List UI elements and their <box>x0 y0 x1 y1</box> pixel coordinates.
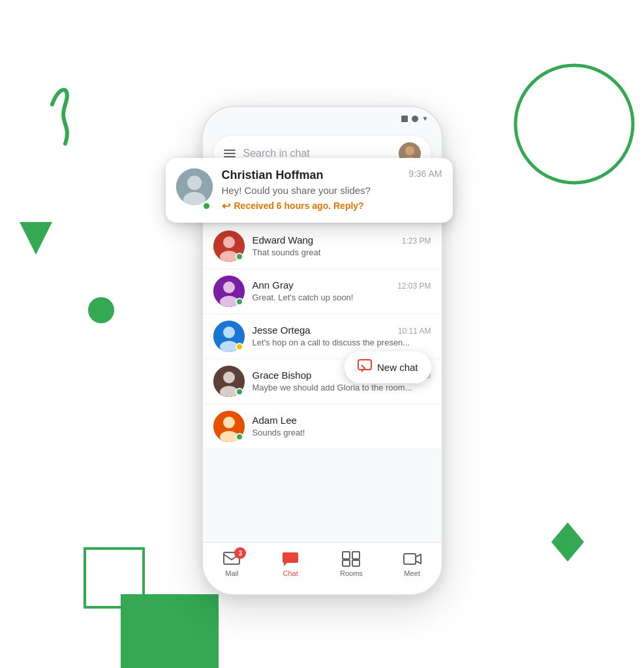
notification-name: Christian Hoffman <box>222 168 324 182</box>
status-square-icon <box>401 116 408 122</box>
notification-action-text: Received 6 hours ago. Reply? <box>234 200 364 211</box>
chat-preview-text: Let's hop on a call to discuss the prese… <box>253 338 431 347</box>
chat-time: 12:03 PM <box>397 281 431 291</box>
online-status-dot <box>236 253 243 261</box>
nav-label-meet: Meet <box>404 569 420 577</box>
svg-rect-5 <box>121 594 219 668</box>
status-arrow-icon: ▼ <box>422 115 429 122</box>
new-chat-label: New chat <box>377 362 418 373</box>
rooms-icon-wrapper <box>342 551 360 567</box>
online-status-dot <box>236 343 243 351</box>
chat-name: Edward Wang <box>253 234 314 246</box>
svg-marker-0 <box>20 222 52 255</box>
avatar-container <box>213 231 245 262</box>
notification-card[interactable]: Christian Hoffman 9:36 AM Hey! Could you… <box>166 158 453 223</box>
nav-label-rooms: Rooms <box>340 569 363 577</box>
svg-marker-3 <box>551 522 584 562</box>
notification-online-dot <box>202 202 211 210</box>
svg-point-19 <box>223 281 235 293</box>
mail-badge: 3 <box>234 547 246 559</box>
svg-rect-36 <box>404 554 416 564</box>
avatar-container <box>213 411 245 442</box>
list-item[interactable]: Edward Wang 1:23 PM That sounds great <box>203 224 442 269</box>
chat-preview-text: Great. Let's catch up soon! <box>253 293 431 302</box>
notification-action[interactable]: ↩ Received 6 hours ago. Reply? <box>222 200 442 212</box>
meet-icon <box>403 551 422 567</box>
chat-preview-text: That sounds great <box>253 247 431 257</box>
svg-point-10 <box>405 146 414 155</box>
reply-arrow-icon: ↩ <box>222 200 230 212</box>
phone-wrapper: Christian Hoffman 9:36 AM Hey! Could you… <box>185 67 459 602</box>
notification-content: Christian Hoffman 9:36 AM Hey! Could you… <box>222 168 442 212</box>
list-item[interactable]: Ann Gray 12:03 PM Great. Let's catch up … <box>203 269 442 314</box>
chat-name: Grace Bishop <box>253 370 312 381</box>
new-chat-icon <box>358 359 372 375</box>
chat-content: Adam Lee Sounds great! <box>253 415 431 437</box>
nav-item-mail[interactable]: 3 Mail <box>222 551 241 577</box>
notification-avatar <box>176 168 213 205</box>
nav-label-mail: Mail <box>225 569 238 577</box>
chat-icon <box>281 551 299 567</box>
svg-rect-34 <box>343 560 350 566</box>
rooms-icon <box>342 551 360 567</box>
chat-icon-wrapper <box>281 551 299 567</box>
online-status-dot <box>236 433 243 441</box>
hamburger-menu-icon[interactable] <box>224 150 236 157</box>
avatar-container <box>213 276 245 307</box>
bottom-navigation: 3 Mail Chat <box>203 542 442 594</box>
notification-avatar-container <box>176 168 213 212</box>
status-bar: ▼ <box>203 107 442 131</box>
mail-icon-wrapper: 3 <box>222 551 241 567</box>
nav-label-chat: Chat <box>283 569 298 577</box>
svg-point-25 <box>223 372 235 383</box>
notification-message: Hey! Could you share your slides? <box>222 185 442 196</box>
chat-name: Jesse Ortega <box>253 325 311 336</box>
svg-rect-32 <box>343 552 350 559</box>
chat-header: Edward Wang 1:23 PM <box>253 234 431 246</box>
chat-content: Edward Wang 1:23 PM That sounds great <box>253 234 431 257</box>
chat-header: Adam Lee <box>253 415 431 426</box>
chat-preview-text: Maybe we should add Gloria to the room..… <box>253 383 431 392</box>
svg-point-28 <box>223 417 235 428</box>
chat-header: Jesse Ortega 10:11 AM <box>253 325 431 336</box>
chat-name: Ann Gray <box>253 279 294 291</box>
svg-point-2 <box>515 65 633 183</box>
meet-icon-wrapper <box>403 551 422 567</box>
notification-time: 9:36 AM <box>408 168 442 182</box>
svg-rect-4 <box>85 549 144 607</box>
nav-item-chat[interactable]: Chat <box>281 551 299 577</box>
svg-rect-35 <box>352 560 360 566</box>
chat-preview-text: Sounds great! <box>253 428 431 437</box>
svg-point-1 <box>88 297 114 323</box>
status-circle-icon <box>412 116 418 122</box>
chat-time: 1:23 PM <box>402 236 431 246</box>
nav-item-rooms[interactable]: Rooms <box>340 551 363 577</box>
svg-point-7 <box>187 176 202 190</box>
svg-rect-33 <box>352 552 360 559</box>
notification-header: Christian Hoffman 9:36 AM <box>222 168 442 182</box>
chat-name: Adam Lee <box>253 415 297 426</box>
chat-content: Ann Gray 12:03 PM Great. Let's catch up … <box>253 279 431 302</box>
list-item[interactable]: Adam Lee Sounds great! New chat <box>203 404 442 449</box>
nav-item-meet[interactable]: Meet <box>403 551 422 577</box>
chat-time: 10:11 AM <box>398 326 431 336</box>
online-status-dot <box>236 388 243 396</box>
avatar-container <box>213 321 245 352</box>
chat-content: Jesse Ortega 10:11 AM Let's hop on a cal… <box>253 325 431 347</box>
chat-header: Ann Gray 12:03 PM <box>253 279 431 291</box>
new-chat-button[interactable]: New chat <box>345 351 431 383</box>
avatar-container <box>213 366 245 397</box>
svg-point-22 <box>223 326 235 338</box>
svg-point-16 <box>223 236 235 248</box>
online-status-dot <box>236 298 243 306</box>
